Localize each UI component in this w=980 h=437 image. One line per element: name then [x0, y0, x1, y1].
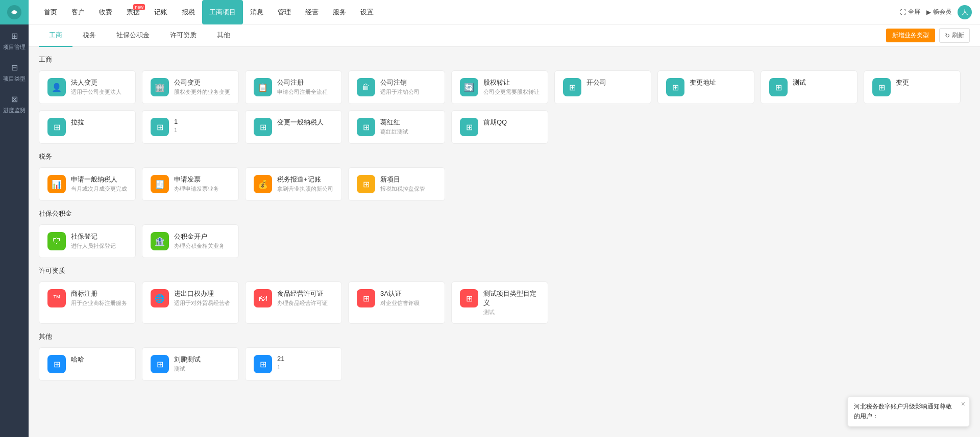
card-num21[interactable]: ⊞ 21 1 — [245, 347, 342, 381]
sidebar-logo[interactable] — [0, 0, 29, 24]
card-change-address[interactable]: ⊞ 变更地址 — [657, 70, 754, 104]
card-test[interactable]: ⊞ 测试 — [761, 70, 857, 104]
sidebar: ⊞ 项目管理 ⊟ 项目类型 ⊠ 进度监测 — [0, 0, 29, 437]
card-icon-test: ⊞ — [769, 78, 788, 96]
card-icon-import-export: 🌐 — [151, 289, 169, 307]
new-badge: new — [133, 4, 145, 10]
new-type-button[interactable]: 新增业务类型 — [886, 29, 935, 42]
topnav-bizproject[interactable]: 工商项目 — [202, 0, 243, 24]
social-cards: 🛡 社保登记 进行人员社保登记 🏦 公积金开户 办理公积金相关业务 — [39, 224, 970, 258]
card-num1[interactable]: ⊞ 1 1 — [142, 110, 239, 144]
card-icon-haha: ⊞ — [47, 355, 66, 373]
card-company-register[interactable]: 📋 公司注册 申请公司注册全流程 — [245, 70, 342, 104]
card-icon-lala: ⊞ — [47, 118, 66, 136]
card-apply-taxpayer[interactable]: 📊 申请一般纳税人 当月或次月成变更完成 — [39, 167, 136, 201]
topnav-customer[interactable]: 客户 — [64, 0, 92, 24]
sidebar-item-progress-monitor[interactable]: ⊠ 进度监测 — [0, 88, 29, 119]
content-area: 工商 👤 法人变更 适用于公司变更法人 🏢 公司变更 — [29, 47, 980, 437]
card-import-export[interactable]: 🌐 进出口权办理 适用于对外贸易经营者 — [142, 281, 239, 324]
card-company-cancel[interactable]: 🗑 公司注销 适用于注销公司 — [348, 70, 445, 104]
card-icon-mohonghong: ⊞ — [357, 118, 375, 136]
tabs-left: 工商 税务 社保公积金 许可资质 其他 — [39, 24, 240, 47]
topnav-settings[interactable]: 设置 — [353, 0, 381, 24]
tax-cards: 📊 申请一般纳税人 当月或次月成变更完成 🧾 申请发票 办理申请发票业务 — [39, 167, 970, 201]
topnav-tax[interactable]: 报税 — [175, 0, 202, 24]
card-icon-social-register: 🛡 — [47, 232, 66, 250]
card-mohonghong[interactable]: ⊞ 葛红红 葛红红测试 — [348, 110, 445, 144]
topnav-finance[interactable]: 经营 — [298, 0, 326, 24]
card-icon-change-address: ⊞ — [666, 78, 684, 96]
topnav-right: ⛶ 全屏 ▶ 畅会员 人 — [900, 5, 972, 19]
card-food-license[interactable]: 🍽 食品经营许可证 办理食品经营许可证 — [245, 281, 342, 324]
card-icon-apply-invoice: 🧾 — [151, 175, 169, 193]
topnav-ticket[interactable]: 票据 new — [119, 0, 147, 24]
card-3a-cert[interactable]: ⊞ 3A认证 对企业信誉评级 — [348, 281, 445, 324]
topnav-service[interactable]: 服务 — [326, 0, 353, 24]
card-legal-change[interactable]: 👤 法人变更 适用于公司变更法人 — [39, 70, 136, 104]
tab-license[interactable]: 许可资质 — [160, 24, 207, 47]
card-liupeng-test[interactable]: ⊞ 刘鹏测试 测试 — [142, 347, 239, 381]
progress-icon: ⊠ — [8, 93, 20, 105]
sidebar-item-project-type[interactable]: ⊟ 项目类型 — [0, 56, 29, 88]
notification-popup: × 河北税务数字账户升级影响通知尊敬的用户： — [847, 396, 970, 427]
card-bianeng[interactable]: ⊞ 变更 — [864, 70, 961, 104]
topnav: 首页 客户 收费 票据 new 记账 报税 工商项目 消息 管理 经营 服务 设… — [29, 0, 980, 24]
card-icon-new-project: ⊞ — [357, 175, 375, 193]
topnav-manage[interactable]: 管理 — [271, 0, 298, 24]
card-qianqi-qq[interactable]: ⊞ 前期QQ — [451, 110, 548, 144]
other-cards: ⊞ 哈哈 ⊞ 刘鹏测试 测试 ⊞ — [39, 347, 970, 381]
card-new-project[interactable]: ⊞ 新项目 报税加税控盘保管 — [348, 167, 445, 201]
card-test-type-def[interactable]: ⊞ 测试项目类型目定义 测试 — [451, 281, 548, 324]
notification-text: 河北税务数字账户升级影响通知尊敬的用户： — [854, 402, 963, 421]
card-trademark[interactable]: ™ 商标注册 用于企业商标注册服务 — [39, 281, 136, 324]
card-icon-test-type: ⊞ — [460, 289, 478, 307]
card-icon-liupeng: ⊞ — [151, 355, 169, 373]
tab-bizwork[interactable]: 工商 — [39, 24, 72, 47]
topnav-home[interactable]: 首页 — [37, 0, 64, 24]
section-title-tax: 税务 — [39, 152, 970, 161]
card-housing-fund[interactable]: 🏦 公积金开户 办理公积金相关业务 — [142, 224, 239, 258]
notification-close[interactable]: × — [961, 400, 965, 408]
card-icon-equity: 🔄 — [460, 78, 478, 96]
card-icon-trademark: ™ — [47, 289, 66, 307]
bizwork-cards: 👤 法人变更 适用于公司变更法人 🏢 公司变更 股权变更外的业务变更 — [39, 70, 970, 144]
tab-tax[interactable]: 税务 — [72, 24, 106, 47]
card-icon-3a: ⊞ — [357, 289, 375, 307]
tabs-right: 新增业务类型 ↻ 刷新 — [886, 28, 970, 43]
refresh-button[interactable]: ↻ 刷新 — [939, 28, 970, 43]
section-title-social: 社保公积金 — [39, 209, 970, 218]
member-btn[interactable]: ▶ 畅会员 — [926, 8, 951, 16]
topnav-message[interactable]: 消息 — [243, 0, 271, 24]
card-company-change[interactable]: 🏢 公司变更 股权变更外的业务变更 — [142, 70, 239, 104]
topnav-accounting[interactable]: 记账 — [147, 0, 175, 24]
card-tax-report-accounting[interactable]: 💰 税务报道+记账 拿到营业执照的新公司 — [245, 167, 342, 201]
card-lala[interactable]: ⊞ 拉拉 — [39, 110, 136, 144]
card-change-taxpayer[interactable]: ⊞ 变更一般纳税人 — [245, 110, 342, 144]
svg-point-1 — [13, 11, 16, 14]
page-content: 工商 👤 法人变更 适用于公司变更法人 🏢 公司变更 — [29, 47, 980, 393]
tab-other[interactable]: 其他 — [207, 24, 240, 47]
card-icon-open-company: ⊞ — [563, 78, 581, 96]
card-haha[interactable]: ⊞ 哈哈 — [39, 347, 136, 381]
card-icon-change-taxpayer: ⊞ — [254, 118, 272, 136]
main-area: 首页 客户 收费 票据 new 记账 报税 工商项目 消息 管理 经营 服务 设… — [29, 0, 980, 437]
card-social-register[interactable]: 🛡 社保登记 进行人员社保登记 — [39, 224, 136, 258]
sidebar-item-project-mgmt[interactable]: ⊞ 项目管理 — [0, 24, 29, 56]
card-icon-housing-fund: 🏦 — [151, 232, 169, 250]
topnav-billing[interactable]: 收费 — [92, 0, 119, 24]
section-title-bizwork: 工商 — [39, 55, 970, 64]
card-icon-legal-change: 👤 — [47, 78, 66, 96]
refresh-icon: ↻ — [945, 32, 950, 39]
tab-social[interactable]: 社保公积金 — [106, 24, 160, 47]
card-equity-transfer[interactable]: 🔄 股权转让 公司变更需要股权转让 — [451, 70, 548, 104]
card-icon-food-license: 🍽 — [254, 289, 272, 307]
section-title-license: 许可资质 — [39, 266, 970, 275]
card-open-company[interactable]: ⊞ 开公司 — [554, 70, 651, 104]
section-title-other: 其他 — [39, 332, 970, 341]
fullscreen-btn[interactable]: ⛶ 全屏 — [900, 8, 920, 16]
card-icon-apply-taxpayer: 📊 — [47, 175, 66, 193]
card-apply-invoice[interactable]: 🧾 申请发票 办理申请发票业务 — [142, 167, 239, 201]
tabs-bar: 工商 税务 社保公积金 许可资质 其他 新增业务类型 ↻ 刷新 — [29, 24, 980, 47]
card-icon-num21: ⊞ — [254, 355, 272, 373]
user-avatar[interactable]: 人 — [958, 5, 972, 19]
